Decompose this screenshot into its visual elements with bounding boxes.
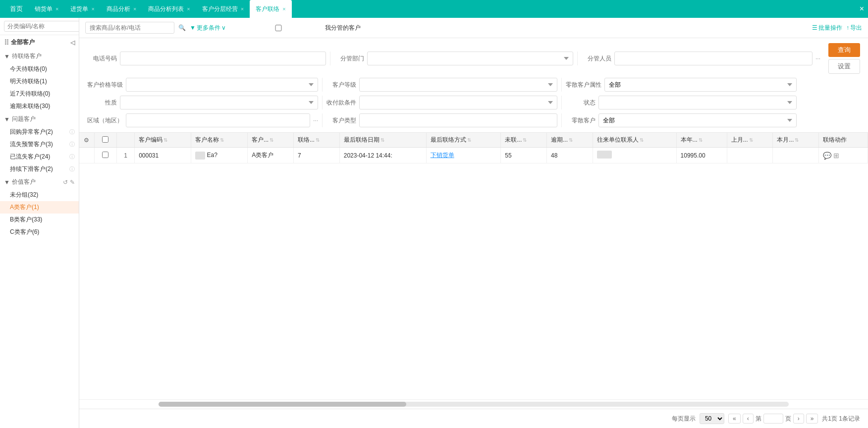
scattered-attr-select[interactable]: 全部 [604,78,797,92]
customer-type-input[interactable] [359,113,557,127]
divider4 [561,78,562,92]
abnormal-repurchase-item[interactable]: 回购异常客户(2) ⓘ [0,126,79,138]
phone-label: 电话号码 [87,54,117,63]
value-customers-section[interactable]: ▼ 价值客户 ↺ ✎ [0,175,79,189]
sort-uncontacted-icon[interactable]: ⇅ [523,137,527,143]
declining-item[interactable]: 持续下滑客户(2) ⓘ [0,163,79,175]
nav-customer-segmentation[interactable]: 客户分层经营 × [196,0,250,18]
index-col-header [117,133,135,148]
sort-year-icon[interactable]: ⇅ [699,137,703,143]
nav-product-analysis[interactable]: 商品分析 × [101,0,142,18]
all-customers-header[interactable]: ⠿ 全部客户 ◁ [0,35,79,50]
close-product-list-tab[interactable]: × [187,6,190,12]
query-button[interactable]: 查询 [828,43,860,57]
sort-overdue-icon[interactable]: ⇅ [569,137,573,143]
sort-name-icon[interactable]: ⇅ [220,137,224,143]
row-checkbox[interactable] [102,152,108,158]
unclassified-item[interactable]: 未分组(32) [0,189,79,201]
uncontacted-col-header: 未联... ⇅ [501,133,547,148]
churn-warning-item[interactable]: 流失预警客户(3) ⓘ [0,138,79,151]
nature-select[interactable] [120,96,318,109]
manager-input[interactable] [614,52,813,65]
export-button[interactable]: ↑ 导出 [846,24,862,32]
batch-ops-button[interactable]: ☰ 批量操作 [812,24,842,32]
region-input[interactable] [126,113,310,127]
close-sales-tab[interactable]: × [55,6,58,12]
row-customer-type-cell: A类客户 [248,148,294,163]
nav-purchase[interactable]: 进货单 × [64,0,100,18]
manager-dots-icon[interactable]: ··· [815,55,820,62]
last-page-button[interactable]: » [806,414,818,424]
row-last-contact-date-cell: 2023-04-12 14:44: [339,148,426,163]
search-button-icon[interactable]: 🔍 [178,24,186,31]
week-pending-item[interactable]: 近7天待联络(0) [0,88,79,100]
today-pending-item[interactable]: 今天待联络(0) [0,63,79,75]
sidebar-search-input[interactable] [4,21,79,32]
horizontal-scrollbar[interactable] [79,399,868,409]
nav-home[interactable]: 首页 [4,0,29,18]
edit-icon[interactable]: ✎ [70,179,75,186]
prev-page-button[interactable]: ‹ [743,414,754,424]
info-icon4: ⓘ [69,165,75,173]
sort-type-icon[interactable]: ⇅ [270,137,273,143]
nature-field: 性质 [87,96,318,109]
region-dots-icon[interactable]: ··· [313,117,318,124]
problem-customers-section[interactable]: ▼ 问题客户 [0,112,79,126]
pending-contact-section[interactable]: ▼ 待联络客户 [0,50,79,63]
sort-date-icon[interactable]: ⇅ [380,137,384,143]
overdue-contact-item[interactable]: 逾期未联络(30) [0,100,79,112]
contact-method-link[interactable]: 下销货单 [431,152,454,159]
next-page-button[interactable]: › [793,414,804,424]
first-page-button[interactable]: « [728,414,741,424]
dept-select[interactable] [367,52,573,65]
churned-item[interactable]: 已流失客户(24) ⓘ [0,151,79,163]
tomorrow-pending-item[interactable]: 明天待联络(1) [0,75,79,88]
sort-code-icon[interactable]: ⇅ [163,137,167,143]
c-class-item[interactable]: C类客户(6) [0,226,79,238]
qr-action-icon[interactable]: ⊞ [833,152,839,160]
a-class-item[interactable]: A类客户(1) [0,201,79,214]
last-contact-method-col-header: 最后联络方式 ⇅ [426,133,501,148]
select-all-checkbox[interactable] [102,136,108,143]
sort-unit-icon[interactable]: ⇅ [640,137,644,143]
divider6 [561,96,562,109]
setting-button[interactable]: 设置 [828,59,860,74]
status-field: 状态 [566,96,797,109]
chat-action-icon[interactable]: 💬 [823,152,831,160]
refresh-icon[interactable]: ↺ [63,179,68,186]
close-purchase-tab[interactable]: × [91,6,94,12]
status-select[interactable] [598,96,797,109]
sort-last-month-icon[interactable]: ⇅ [749,137,753,143]
close-segmentation-tab[interactable]: × [241,6,244,12]
close-all-tabs[interactable]: × [860,4,864,13]
search-input[interactable] [85,22,174,34]
overdue-col-header: 逾期... ⇅ [547,133,593,148]
my-customer-checkbox-label[interactable]: 我分管的客户 [234,24,361,32]
phone-input[interactable] [120,52,326,65]
price-grade-select[interactable] [126,78,318,92]
status-label: 状态 [566,99,596,107]
more-filter-button[interactable]: ▼ 更多条件 ∨ [190,24,226,32]
all-customers-label: 全部客户 [11,38,35,47]
my-customer-checkbox[interactable] [234,25,323,31]
row-contact-count-cell: 7 [293,148,339,163]
top-navigation: 首页 销货单 × 进货单 × 商品分析 × 商品分析列表 × 客户分层经营 × … [0,0,868,18]
close-contact-tab[interactable]: × [282,6,285,12]
sort-contact-icon[interactable]: ⇅ [316,137,320,143]
nav-product-analysis-list[interactable]: 商品分析列表 × [142,0,196,18]
page-label-text: 第 [756,415,761,423]
per-page-select[interactable]: 50 100 200 [700,413,724,424]
scroll-thumb[interactable] [159,402,406,407]
customer-grade-select[interactable] [359,78,557,92]
nav-customer-contact[interactable]: 客户联络 × [250,0,291,18]
sort-this-month-icon[interactable]: ⇅ [795,137,799,143]
table-gear-icon[interactable]: ⚙ [84,137,89,144]
scattered-customer-select[interactable]: 全部 [598,113,797,127]
sort-method-icon[interactable]: ⇅ [467,137,471,143]
collapse-sidebar-icon[interactable]: ◁ [70,39,75,46]
nav-sales[interactable]: 销货单 × [29,0,64,18]
b-class-item[interactable]: B类客户(33) [0,214,79,226]
payment-select[interactable] [359,96,557,109]
page-input[interactable]: 1 [763,414,783,424]
close-product-analysis-tab[interactable]: × [133,6,136,12]
